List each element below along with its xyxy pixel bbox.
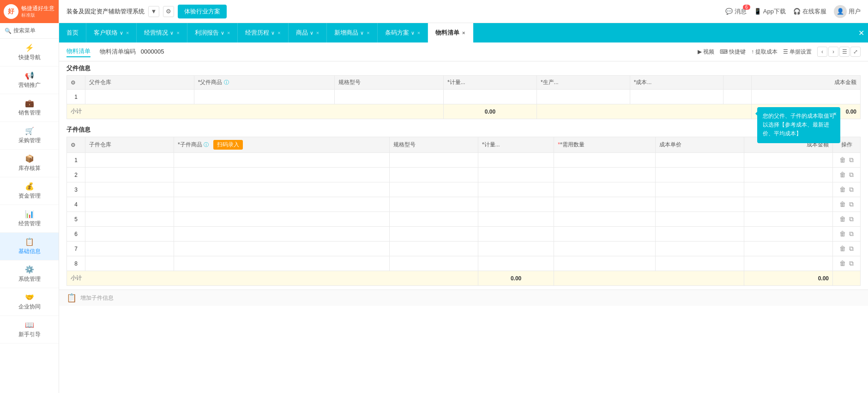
tab-operation-status[interactable]: 经营情况 ∨ × — [137, 23, 187, 42]
settings-button[interactable]: ⚙ — [163, 6, 174, 17]
sidebar-item-guide[interactable]: 📖 新手引导 — [0, 316, 59, 344]
expand-view-button[interactable]: ⤢ — [850, 47, 861, 57]
child-row-goods[interactable] — [174, 212, 390, 227]
tab-barcode-close[interactable]: × — [417, 30, 420, 36]
copy-row-button[interactable]: ⧉ — [849, 230, 854, 237]
child-row-unit[interactable] — [478, 197, 554, 212]
tab-profit-close[interactable]: × — [227, 30, 230, 36]
tab-goods-close[interactable]: × — [316, 30, 319, 36]
tab-goods[interactable]: 商品 ∨ × — [289, 23, 327, 42]
child-row-unit[interactable] — [478, 153, 554, 168]
child-row-unit-price[interactable] — [655, 197, 744, 212]
view-video-button[interactable]: ▶ 视频 — [698, 48, 714, 56]
child-row-goods[interactable] — [174, 256, 390, 271]
sidebar-item-marketing[interactable]: 📢 营销推广 — [0, 67, 59, 94]
delete-row-button[interactable]: 🗑 — [839, 245, 846, 252]
child-row-goods[interactable] — [174, 242, 390, 256]
parent-row-spec[interactable] — [335, 90, 444, 104]
child-row-warehouse[interactable] — [85, 197, 174, 212]
child-row-unit-price[interactable] — [655, 182, 744, 197]
parent-row-production[interactable] — [536, 90, 630, 104]
child-row-unit[interactable] — [478, 182, 554, 197]
child-row-qty[interactable] — [554, 227, 656, 242]
user-button[interactable]: 👤 用户 — [834, 5, 861, 18]
child-row-unit-price[interactable] — [655, 153, 744, 168]
sidebar-search[interactable]: 🔍 搜索菜单 — [0, 23, 59, 39]
child-row-warehouse[interactable] — [85, 153, 174, 168]
next-arrow-button[interactable]: › — [828, 47, 838, 57]
sidebar-item-inventory[interactable]: 📦 库存核算 — [0, 150, 59, 177]
sidebar-item-operation[interactable]: 📊 经营管理 — [0, 205, 59, 233]
child-row-unit[interactable] — [478, 168, 554, 182]
tab-barcode[interactable]: 条码方案 ∨ × — [378, 23, 428, 42]
delete-row-button[interactable]: 🗑 — [839, 230, 846, 237]
child-row-warehouse[interactable] — [85, 256, 174, 271]
child-row-spec[interactable] — [389, 182, 478, 197]
online-service-button[interactable]: 🎧 在线客服 — [793, 7, 826, 16]
child-row-spec[interactable] — [389, 242, 478, 256]
copy-row-button[interactable]: ⧉ — [849, 171, 854, 178]
child-row-unit-price[interactable] — [655, 168, 744, 182]
expand-button[interactable]: ▼ — [148, 6, 159, 17]
child-row-unit[interactable] — [478, 256, 554, 271]
trial-button[interactable]: 体验行业方案 — [178, 5, 227, 18]
copy-row-button[interactable]: ⧉ — [849, 156, 854, 163]
child-row-qty[interactable] — [554, 168, 656, 182]
copy-row-button[interactable]: ⧉ — [849, 215, 854, 223]
app-download-button[interactable]: 📱 App下载 — [754, 7, 786, 16]
message-button[interactable]: 💬 消息 6 — [725, 7, 747, 16]
sub-tab-bom-code[interactable]: 物料清单编码 0000005 — [100, 47, 164, 57]
add-row-icon[interactable]: 📋 — [66, 293, 77, 303]
child-row-unit-price[interactable] — [655, 227, 744, 242]
parent-row-unit[interactable] — [444, 90, 537, 104]
child-row-unit-price[interactable] — [655, 242, 744, 256]
copy-row-button[interactable]: ⧉ — [849, 200, 854, 208]
child-row-qty[interactable] — [554, 153, 656, 168]
delete-row-button[interactable]: 🗑 — [839, 260, 846, 267]
tooltip-close-button[interactable]: × — [833, 110, 837, 119]
tab-bom-close[interactable]: × — [462, 30, 465, 36]
child-row-spec[interactable] — [389, 256, 478, 271]
extract-cost-button[interactable]: ↑ 提取成本 — [751, 48, 778, 56]
sidebar-item-finance[interactable]: 💰 资金管理 — [0, 177, 59, 205]
tab-operation-close[interactable]: × — [176, 30, 179, 36]
parent-row-warehouse[interactable] — [85, 90, 194, 104]
delete-row-button[interactable]: 🗑 — [839, 156, 846, 163]
delete-row-button[interactable]: 🗑 — [839, 215, 846, 223]
child-row-spec[interactable] — [389, 168, 478, 182]
tab-customer-close[interactable]: × — [126, 30, 129, 36]
child-row-goods[interactable] — [174, 182, 390, 197]
tab-home[interactable]: 首页 — [59, 23, 86, 42]
close-all-icon[interactable]: ✕ — [858, 29, 864, 37]
child-row-qty[interactable] — [554, 197, 656, 212]
sidebar-item-sales[interactable]: 💼 销售管理 — [0, 94, 59, 122]
tab-bom[interactable]: 物料清单 × — [428, 23, 473, 42]
sidebar-item-enterprise[interactable]: 🤝 企业协同 — [0, 288, 59, 316]
child-row-warehouse[interactable] — [85, 227, 174, 242]
sidebar-item-purchase[interactable]: 🛒 采购管理 — [0, 122, 59, 150]
child-row-warehouse[interactable] — [85, 212, 174, 227]
tab-profit[interactable]: 利润报告 ∨ × — [187, 23, 238, 42]
tab-new-goods[interactable]: 新增商品 ∨ × — [327, 23, 377, 42]
parent-row-cost[interactable] — [630, 90, 723, 104]
child-row-qty[interactable] — [554, 256, 656, 271]
sidebar-item-basic-info[interactable]: 📋 基础信息 — [0, 233, 59, 260]
child-settings-icon[interactable]: ⚙ — [71, 142, 76, 148]
tab-customer[interactable]: 客户联络 ∨ × — [86, 23, 137, 42]
tab-new-goods-close[interactable]: × — [367, 30, 369, 36]
list-view-button[interactable]: ☰ — [839, 47, 850, 57]
child-row-goods[interactable] — [174, 153, 390, 168]
child-row-goods[interactable] — [174, 227, 390, 242]
child-row-spec[interactable] — [389, 153, 478, 168]
parent-row-goods[interactable] — [194, 90, 335, 104]
child-row-spec[interactable] — [389, 197, 478, 212]
copy-row-button[interactable]: ⧉ — [849, 245, 854, 252]
child-row-unit[interactable] — [478, 242, 554, 256]
tab-history[interactable]: 经营历程 ∨ × — [238, 23, 288, 42]
prev-arrow-button[interactable]: ‹ — [817, 47, 827, 57]
delete-row-button[interactable]: 🗑 — [839, 200, 846, 208]
child-row-warehouse[interactable] — [85, 168, 174, 182]
child-row-spec[interactable] — [389, 227, 478, 242]
copy-row-button[interactable]: ⧉ — [849, 260, 854, 267]
col-settings-icon[interactable]: ⚙ — [71, 79, 76, 86]
